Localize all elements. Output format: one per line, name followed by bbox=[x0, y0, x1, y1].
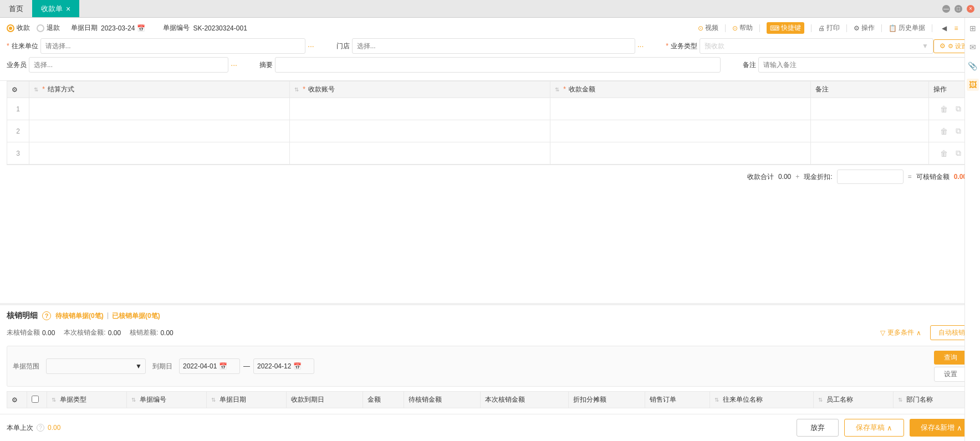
discount-input[interactable] bbox=[837, 170, 904, 184]
tab-close-icon[interactable]: × bbox=[66, 4, 70, 13]
staff-field: 业务员 ··· bbox=[7, 57, 237, 73]
radio-dot-tui bbox=[37, 24, 44, 32]
account-cell[interactable] bbox=[289, 120, 550, 142]
shortcut-btn[interactable]: ⌨ 快捷键 bbox=[767, 22, 804, 34]
copy-icon[interactable]: ⧉ bbox=[953, 126, 964, 137]
radio-shou[interactable]: 收款 bbox=[7, 23, 30, 33]
bth-dept: ⇅ 部门名称 bbox=[893, 392, 973, 408]
select-all-checkbox[interactable] bbox=[32, 396, 39, 403]
operation-btn[interactable]: ⚙ 操作 bbox=[854, 23, 875, 33]
info-icon[interactable]: ? bbox=[42, 311, 51, 320]
bth-date: ⇅ 单据日期 bbox=[207, 392, 287, 408]
th-note: 备注 bbox=[810, 81, 928, 98]
business-type-field: * 业务类型 预收款 ▼ ⚙ ⚙ 设置 bbox=[666, 38, 973, 54]
pending-tab[interactable]: 待核销单据(0笔) bbox=[55, 311, 104, 321]
th-settings: ⚙ bbox=[7, 81, 29, 98]
counterpart-input[interactable] bbox=[40, 38, 305, 54]
sidebar-clip-icon[interactable]: 📎 bbox=[967, 60, 979, 72]
prev-view-icon[interactable]: ◀ bbox=[939, 23, 949, 33]
abandon-btn[interactable]: 放弃 bbox=[797, 419, 839, 437]
gear-icon: ⚙ bbox=[940, 42, 946, 50]
plus-sign: + bbox=[795, 173, 799, 181]
tab-home[interactable]: 首页 bbox=[0, 0, 32, 17]
date-from-input[interactable]: 2022-04-01 📅 bbox=[179, 358, 240, 374]
amount-cell[interactable] bbox=[550, 98, 810, 120]
minimize-button[interactable]: — bbox=[942, 5, 950, 13]
th-account: ⇅ * 收款账号 bbox=[289, 81, 550, 98]
sep3 bbox=[811, 24, 811, 32]
summary-input[interactable] bbox=[275, 57, 721, 73]
done-tab[interactable]: 已核销单据(0笔) bbox=[112, 311, 160, 321]
settings-icon2[interactable]: ⚙ bbox=[12, 396, 18, 404]
staff-more-btn[interactable]: ··· bbox=[231, 60, 237, 69]
store-more-btn[interactable]: ··· bbox=[637, 42, 644, 50]
delete-icon[interactable]: 🗑 bbox=[938, 104, 950, 115]
print-btn[interactable]: 🖨 打印 bbox=[818, 23, 840, 33]
settings-btn2[interactable]: 设置 bbox=[934, 367, 967, 382]
delete-icon[interactable]: 🗑 bbox=[938, 126, 950, 137]
query-btn[interactable]: 查询 bbox=[934, 351, 967, 365]
sidebar-table-icon[interactable]: ⊞ bbox=[967, 22, 979, 34]
range-select[interactable]: ▼ bbox=[46, 358, 146, 374]
footer: 本单上次 ? 0.00 放弃 保存草稿 ∧ 保存&新增 ∧ bbox=[0, 414, 980, 441]
business-type-select[interactable]: 预收款 ▼ bbox=[700, 38, 933, 54]
amount-cell[interactable] bbox=[550, 120, 810, 142]
settings-icon[interactable]: ⚙ bbox=[12, 86, 18, 94]
calendar-icon2: 📅 bbox=[219, 362, 227, 370]
th-settlement: ⇅ * 结算方式 bbox=[29, 81, 290, 98]
chevron-icon2: ∧ bbox=[957, 424, 962, 432]
close-button[interactable]: × bbox=[967, 5, 974, 13]
note-cell[interactable] bbox=[810, 120, 928, 142]
staff-label: 业务员 bbox=[7, 60, 27, 70]
maximize-button[interactable]: □ bbox=[955, 5, 962, 13]
tab-active[interactable]: 收款单 × bbox=[32, 0, 79, 17]
summary-row: 收款合计 0.00 + 现金折扣: = 可核销金额 0.00 bbox=[7, 165, 973, 188]
date-to-input[interactable]: 2022-04-12 📅 bbox=[253, 358, 314, 374]
settlement-cell[interactable] bbox=[29, 98, 290, 120]
store-input[interactable] bbox=[352, 38, 635, 54]
more-conditions-btn[interactable]: ▽ 更多条件 ∧ bbox=[880, 328, 921, 337]
footer-info-icon[interactable]: ? bbox=[37, 424, 44, 432]
sidebar-image-icon[interactable]: 🖼 bbox=[967, 79, 979, 91]
copy-icon[interactable]: ⧉ bbox=[953, 148, 964, 159]
account-cell[interactable] bbox=[289, 98, 550, 120]
copy-icon[interactable]: ⧉ bbox=[953, 104, 964, 115]
note-input[interactable] bbox=[758, 57, 973, 73]
settlement-cell[interactable] bbox=[29, 142, 290, 165]
summary-field: 摘要 bbox=[259, 57, 721, 73]
save-new-btn[interactable]: 保存&新增 ∧ bbox=[910, 419, 973, 437]
delete-icon[interactable]: 🗑 bbox=[938, 148, 950, 159]
sidebar-mail-icon[interactable]: ✉ bbox=[967, 41, 979, 53]
help-btn[interactable]: ⊙ 帮助 bbox=[732, 23, 753, 33]
window-controls: — □ × bbox=[942, 5, 980, 13]
footer-left: 本单上次 ? 0.00 bbox=[7, 423, 60, 433]
video-btn[interactable]: ⊙ 视频 bbox=[698, 23, 718, 33]
date-label: 单据日期 bbox=[71, 23, 98, 33]
amount-cell[interactable] bbox=[550, 142, 810, 165]
writeoff-tabs: 待核销单据(0笔) | 已核销单据(0笔) bbox=[55, 311, 160, 321]
account-cell[interactable] bbox=[289, 142, 550, 165]
settlement-cell[interactable] bbox=[29, 120, 290, 142]
filter-icon: ▽ bbox=[880, 329, 885, 337]
note-cell[interactable] bbox=[810, 98, 928, 120]
history-btn[interactable]: 📋 历史单据 bbox=[889, 23, 925, 33]
calendar-icon[interactable]: 📅 bbox=[137, 24, 145, 32]
staff-input[interactable] bbox=[29, 57, 228, 73]
radio-dot-shou bbox=[7, 24, 14, 32]
toolbar-row: 收款 退款 单据日期 2023-03-24 📅 单据编号 SK-20230324… bbox=[7, 22, 973, 34]
main-content: 收款 退款 单据日期 2023-03-24 📅 单据编号 SK-20230324… bbox=[0, 18, 980, 441]
operation-icon: ⚙ bbox=[854, 24, 860, 32]
note-cell[interactable] bbox=[810, 142, 928, 165]
due-label: 到期日 bbox=[152, 362, 172, 371]
sep5 bbox=[881, 24, 882, 32]
bth-pending: 待核销金额 bbox=[404, 392, 480, 408]
table-row: 2 🗑 ⧉ bbox=[7, 120, 973, 142]
counterpart-more-btn[interactable]: ··· bbox=[308, 42, 314, 50]
counterpart-field: * 往来单位 ··· bbox=[7, 38, 314, 54]
list-view-icon[interactable]: ≡ bbox=[951, 23, 961, 33]
bth-settings: ⚙ bbox=[7, 392, 27, 408]
save-draft-btn[interactable]: 保存草稿 ∧ bbox=[844, 419, 904, 437]
bth-due-date: 收款到期日 bbox=[287, 392, 363, 408]
note-label: 备注 bbox=[743, 60, 756, 70]
radio-tui[interactable]: 退款 bbox=[37, 23, 60, 33]
